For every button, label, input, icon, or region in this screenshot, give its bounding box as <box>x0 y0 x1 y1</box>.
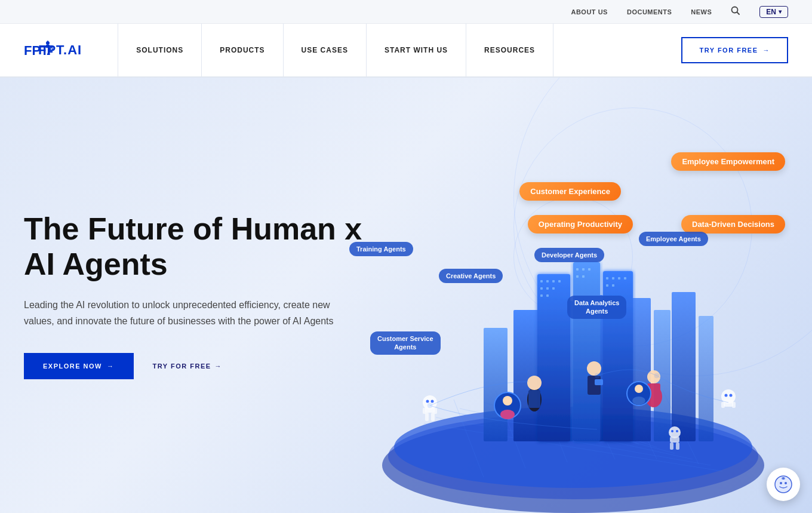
try-button-label: TRY FOR FREE <box>699 47 758 54</box>
svg-rect-53 <box>618 277 620 279</box>
customer-service-agents-label: Customer ServiceAgents <box>370 331 441 355</box>
svg-rect-50 <box>582 275 585 278</box>
svg-point-87 <box>654 373 659 378</box>
svg-rect-56 <box>612 284 614 287</box>
explore-now-button[interactable]: EXPLORE NOW → <box>24 353 134 379</box>
svg-rect-51 <box>606 277 608 279</box>
svg-rect-82 <box>676 443 679 450</box>
hero-title: The Future of Human x AI Agents <box>24 211 370 283</box>
svg-rect-35 <box>573 262 600 441</box>
hero-subtitle: Leading the AI revolution to unlock unpr… <box>24 297 334 329</box>
data-analytics-agents-label: Data AnalyticsAgents <box>567 296 626 319</box>
nav-resources[interactable]: RESOURCES <box>466 23 553 77</box>
svg-rect-70 <box>431 413 435 421</box>
svg-rect-40 <box>558 280 561 282</box>
svg-rect-52 <box>612 277 614 279</box>
try-for-free-button[interactable]: TRY FOR FREE → <box>681 37 788 63</box>
svg-rect-42 <box>546 287 549 290</box>
svg-rect-54 <box>624 277 626 279</box>
explore-btn-label: EXPLORE NOW <box>43 363 102 370</box>
svg-rect-39 <box>552 280 555 282</box>
svg-point-78 <box>671 430 673 432</box>
about-us-link[interactable]: ABOUT US <box>571 8 607 16</box>
svg-line-1 <box>737 12 740 14</box>
chevron-down-icon: ▾ <box>779 8 782 15</box>
svg-rect-49 <box>576 275 579 278</box>
svg-point-91 <box>500 410 515 419</box>
training-agents-label: Training Agents <box>349 242 413 256</box>
svg-rect-55 <box>606 284 608 287</box>
svg-rect-29 <box>699 316 713 441</box>
creative-agents-label: Creative Agents <box>439 269 503 283</box>
search-icon[interactable] <box>731 6 740 18</box>
news-link[interactable]: NEWS <box>691 8 712 16</box>
arrow-right-icon: → <box>763 47 771 54</box>
svg-rect-48 <box>588 268 590 271</box>
svg-point-58 <box>527 376 542 390</box>
arrow-right-icon: → <box>107 363 115 370</box>
logo-text: FPT.AI <box>38 42 82 58</box>
svg-point-96 <box>780 482 782 484</box>
svg-point-72 <box>725 394 728 397</box>
svg-point-73 <box>730 394 733 397</box>
arrow-right-icon: → <box>215 363 223 370</box>
svg-rect-46 <box>576 268 579 271</box>
hero-buttons: EXPLORE NOW → TRY FOR FREE → <box>24 353 370 379</box>
svg-point-65 <box>431 400 434 403</box>
svg-rect-44 <box>540 294 543 297</box>
employee-agents-label: Employee Agents <box>639 232 708 246</box>
svg-rect-31 <box>513 310 540 441</box>
svg-rect-41 <box>540 287 543 290</box>
documents-link[interactable]: DOCUMENTS <box>627 8 672 16</box>
svg-rect-74 <box>724 400 733 407</box>
svg-rect-37 <box>540 280 543 282</box>
svg-rect-76 <box>732 402 736 408</box>
nav-products[interactable]: PRODUCTS <box>202 23 283 77</box>
svg-rect-75 <box>721 402 725 408</box>
nav-start-with-us[interactable]: START WITH US <box>367 23 466 77</box>
chatbot-button[interactable] <box>767 468 800 501</box>
svg-rect-38 <box>546 280 549 282</box>
nav-links: SOLUTIONS PRODUCTS USE CASES START WITH … <box>118 23 681 77</box>
try-free-hero-button[interactable]: TRY FOR FREE → <box>153 363 223 370</box>
svg-rect-80 <box>670 437 679 443</box>
svg-point-94 <box>632 397 645 405</box>
svg-rect-59 <box>528 390 540 408</box>
lang-label: EN <box>766 8 776 16</box>
svg-point-86 <box>427 403 432 408</box>
svg-point-79 <box>676 430 678 432</box>
hero-illustration: Customer Experience Employee Empowerment… <box>334 78 812 513</box>
svg-point-93 <box>635 385 643 393</box>
svg-rect-45 <box>546 294 549 297</box>
logo[interactable]: FPT. AI FPT.AI <box>24 39 82 61</box>
svg-rect-28 <box>672 292 696 441</box>
top-bar: ABOUT US DOCUMENTS NEWS EN ▾ <box>0 0 812 24</box>
svg-point-88 <box>595 373 599 378</box>
hero-section: The Future of Human x AI Agents Leading … <box>0 78 812 513</box>
svg-point-90 <box>503 396 512 406</box>
developer-agents-label: Developer Agents <box>534 248 604 262</box>
svg-point-64 <box>426 400 429 403</box>
svg-rect-34 <box>537 274 570 441</box>
employee-empowerment-tag: Employee Empowerment <box>671 152 785 171</box>
nav-solutions[interactable]: SOLUTIONS <box>118 23 202 77</box>
svg-rect-47 <box>582 268 585 271</box>
svg-point-97 <box>785 482 787 484</box>
language-selector[interactable]: EN ▾ <box>759 6 788 18</box>
svg-rect-43 <box>552 287 555 290</box>
nav-use-cases[interactable]: USE CASES <box>284 23 367 77</box>
hero-content-left: The Future of Human x AI Agents Leading … <box>24 211 370 380</box>
svg-point-83 <box>587 361 601 376</box>
navbar: FPT. AI FPT.AI SOLUTIONS PRODUCTS USE CA… <box>0 24 812 78</box>
svg-rect-81 <box>670 443 673 450</box>
svg-rect-85 <box>595 379 603 385</box>
try-free-label: TRY FOR FREE <box>153 363 211 370</box>
svg-rect-69 <box>425 413 429 421</box>
